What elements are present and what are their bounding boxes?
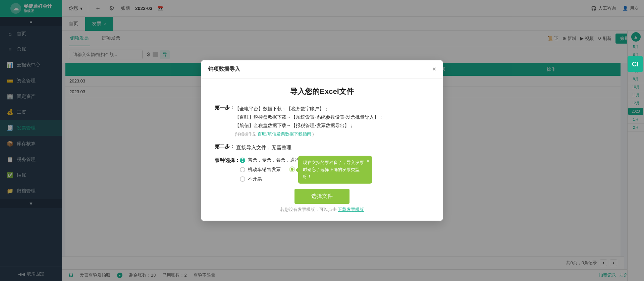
step1-note-after: ) <box>312 132 314 136</box>
step1-note: (详细操作见 百旺/航信发票数据下载指南 ) <box>235 130 383 138</box>
template-note: 若您没有发票模版，可以点击 下载发票模版 <box>215 207 429 213</box>
template-download-link[interactable]: 下载发票模版 <box>338 207 364 212</box>
step2-label: 第二步： <box>215 144 235 150</box>
ticket-select-label: 票种选择： <box>215 157 240 164</box>
radio-group: 普票，专票，卷票，通行费发票，农产品销售发票 机动车销售发票 × <box>240 157 351 182</box>
step2-row: 第二步： 直接导入文件，无需整理 <box>215 144 429 152</box>
dialog-overlay: 销项数据导入 × 导入您的Excel文件 第一步： 【全电平台】数据下载→【税务… <box>0 0 644 281</box>
tooltip-bubble: × 现在支持的票种多了，导入发票时别忘了选择正确的发票类型呀！ <box>298 156 372 183</box>
tooltip-dot <box>290 167 294 171</box>
radio-normal-circle <box>240 158 245 163</box>
dialog-main-title: 导入您的Excel文件 <box>215 87 429 97</box>
step1-line2: 【百旺】税控盘数据下载→【系统设置-系统参数设置-发票批量导入】； <box>235 113 383 121</box>
step1-label: 第一步： <box>215 105 235 136</box>
guide-link[interactable]: 百旺/航信发票数据下载指南 <box>258 131 311 136</box>
dialog-title: 销项数据导入 <box>208 66 240 73</box>
dialog-body: 导入您的Excel文件 第一步： 【全电平台】数据下载→【税务数字账户】； 【百… <box>201 78 443 221</box>
select-file-button[interactable]: 选择文件 <box>294 189 350 204</box>
radio-non-invoice-label: 不开票 <box>248 176 262 182</box>
radio-non-invoice-circle <box>240 176 245 182</box>
import-dialog: 销项数据导入 × 导入您的Excel文件 第一步： 【全电平台】数据下载→【税务… <box>201 60 443 221</box>
dialog-close-button[interactable]: × <box>432 66 436 73</box>
tooltip-close-button[interactable]: × <box>367 157 369 165</box>
ticket-select: 票种选择： 普票，专票，卷票，通行费发票，农产品销售发票 机动车销售 <box>215 157 429 182</box>
tooltip-text: 现在支持的票种多了，导入发票时别忘了选择正确的发票类型呀！ <box>303 160 364 179</box>
radio-motor-label: 机动车销售发票 <box>248 167 281 173</box>
step1-row: 第一步： 【全电平台】数据下载→【税务数字账户】； 【百旺】税控盘数据下载→【系… <box>215 105 429 138</box>
step1-line3: 【航信】金税盘数据下载→【报税管理-发票数据导出】； <box>235 121 383 130</box>
step1-content: 【全电平台】数据下载→【税务数字账户】； 【百旺】税控盘数据下载→【系统设置-系… <box>235 105 383 138</box>
tooltip-arrow <box>296 167 298 172</box>
step2-text: 直接导入文件，无需整理 <box>236 145 291 151</box>
radio-motor-circle <box>240 167 245 172</box>
step1-note-before: (详细操作见 <box>235 132 256 136</box>
step1-line1: 【全电平台】数据下载→【税务数字账户】； <box>235 105 383 113</box>
ci-badge: CI <box>628 56 643 72</box>
template-note-before: 若您没有发票模版，可以点击 <box>280 207 337 212</box>
dialog-header: 销项数据导入 × <box>201 60 443 78</box>
radio-motor[interactable]: 机动车销售发票 × 现在支持的票种多了，导入发票时别忘了选择正确的发票类型呀！ <box>240 167 351 173</box>
